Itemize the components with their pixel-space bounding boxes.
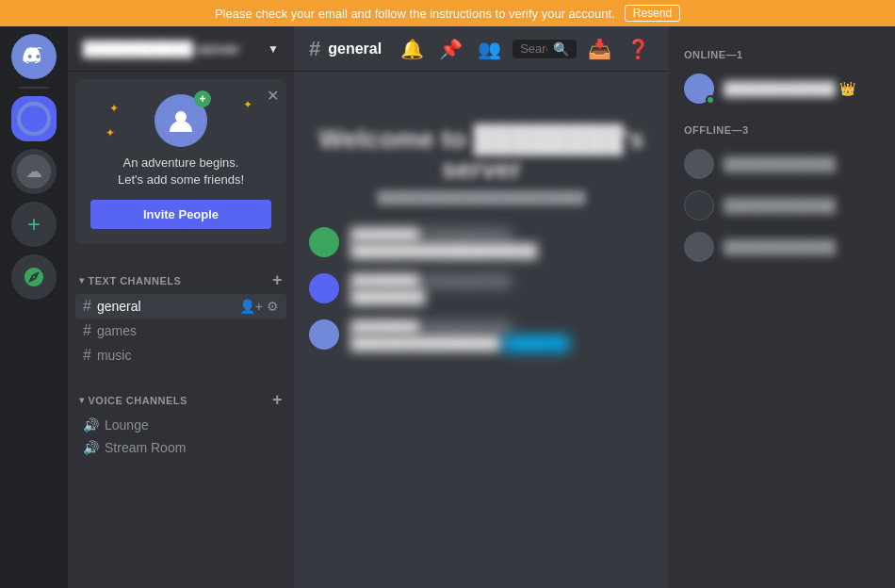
text-channels-header[interactable]: ▾ TEXT CHANNELS +: [75, 267, 286, 294]
channel-item-general[interactable]: # general 👤+ ⚙: [75, 294, 286, 318]
welcome-subtitle: ████████████████████████: [309, 190, 654, 204]
discord-home-button[interactable]: [11, 34, 57, 79]
message-text: ████████████████████: [350, 243, 654, 258]
welcome-title: Welcome to ████████'s server: [309, 124, 654, 185]
voice-icon-lounge: 🔊: [83, 417, 99, 433]
channel-item-games[interactable]: # games: [75, 318, 286, 343]
hash-icon-music: #: [83, 347, 91, 364]
channel-header-name: general: [328, 41, 382, 57]
channel-item-lounge[interactable]: 🔊 Lounge: [75, 414, 286, 436]
resend-button[interactable]: Resend: [625, 5, 680, 22]
avatar-plus-icon: +: [194, 90, 211, 107]
server-list: ☁ +: [0, 26, 68, 588]
verify-banner: Please check your email and follow the i…: [0, 0, 895, 26]
add-server-button[interactable]: +: [11, 202, 57, 247]
members-icon[interactable]: 👥: [474, 34, 505, 64]
sparkle-icon-bl: ✦: [106, 126, 115, 139]
invite-popup-text: An adventure begins. Let's add some frie…: [90, 155, 271, 188]
voice-channels-section: ▾ VOICE CHANNELS + 🔊 Lounge 🔊 Stream Roo…: [68, 371, 294, 463]
message-text: ████████████████ ███████: [350, 335, 654, 351]
hash-icon-games: #: [83, 322, 91, 339]
hash-icon: #: [83, 298, 91, 315]
member-badge-crown: 👑: [839, 81, 855, 96]
offline-section: OFFLINE—3 ████████████ ████████████ ████…: [676, 117, 887, 268]
online-indicator: [706, 95, 715, 105]
channel-header: # general 🔔 📌 👥 🔍 📥 ❓: [294, 26, 669, 72]
channel-name-stream-room: Stream Room: [105, 440, 279, 455]
avatar: [684, 232, 714, 262]
member-item-offline-2[interactable]: ████████████: [676, 185, 887, 226]
channel-hash-icon: #: [309, 37, 320, 61]
server-icon-2[interactable]: ☁: [11, 149, 57, 194]
voice-channels-header[interactable]: ▾ VOICE CHANNELS +: [75, 386, 286, 414]
section-header-left: ▾ TEXT CHANNELS: [79, 275, 181, 286]
invite-people-button[interactable]: Invite People: [90, 200, 271, 229]
add-text-channel-button[interactable]: +: [272, 270, 283, 290]
main-content: # general 🔔 📌 👥 🔍 📥 ❓ Welcome to ███████…: [294, 26, 669, 588]
server-name: ███████████ server: [83, 41, 239, 57]
avatar: [684, 74, 714, 104]
server-icon-1[interactable]: [11, 96, 57, 141]
welcome-message: Welcome to ████████'s server ███████████…: [309, 124, 654, 204]
voice-channels-label: VOICE CHANNELS: [89, 395, 187, 406]
channel-item-music[interactable]: # music: [75, 343, 286, 368]
settings-icon[interactable]: ⚙: [267, 299, 279, 314]
invite-popup: ✕ ✦ ✦ + ✦ An adventure begins. Let's add…: [75, 79, 286, 244]
verify-text: Please check your email and follow the i…: [215, 7, 615, 21]
message-list: ████████ ████████████ ██████████████████…: [309, 227, 654, 351]
text-channels-label: TEXT CHANNELS: [89, 275, 182, 286]
member-name: ████████████: [724, 81, 836, 96]
message-author: ████████ ████████████: [350, 273, 654, 287]
channel-name-general: general: [97, 299, 234, 314]
inbox-icon[interactable]: 📥: [584, 34, 615, 64]
server-divider: [19, 87, 49, 89]
message-content: ████████ ████████████ ██████████████████…: [350, 227, 654, 258]
notifications-icon[interactable]: 🔔: [397, 34, 428, 64]
table-row: ████████ ████████████ ██████████████████…: [309, 227, 654, 258]
avatar: [309, 227, 339, 257]
message-link[interactable]: ███████: [504, 335, 569, 351]
member-name: ████████████: [724, 239, 836, 254]
message-content: ████████ ████████████ ████████████████ █…: [350, 319, 654, 351]
chat-area: Welcome to ████████'s server ███████████…: [294, 72, 669, 588]
member-name: ████████████: [724, 156, 836, 172]
channel-name-games: games: [97, 323, 279, 338]
text-channels-section: ▾ TEXT CHANNELS + # general 👤+ ⚙ # games…: [68, 252, 294, 371]
message-content: ████████ ████████████ ████████: [350, 273, 654, 304]
avatar: [684, 149, 714, 179]
chevron-icon-voice: ▾: [79, 395, 85, 405]
help-icon[interactable]: ❓: [623, 34, 654, 64]
table-row: ████████ ████████████ ████████████████ █…: [309, 319, 654, 351]
channel-item-stream-room[interactable]: 🔊 Stream Room: [75, 436, 286, 459]
voice-icon-stream: 🔊: [83, 440, 99, 455]
add-voice-channel-button[interactable]: +: [272, 390, 283, 410]
member-item-offline-1[interactable]: ████████████: [676, 143, 887, 185]
channel-name-music: music: [97, 348, 279, 363]
add-member-icon[interactable]: 👤+: [239, 299, 263, 314]
channel-name-lounge: Lounge: [105, 417, 279, 433]
avatar: [684, 190, 714, 220]
voice-section-header-left: ▾ VOICE CHANNELS: [79, 395, 187, 406]
message-text: ████████: [350, 289, 654, 304]
pin-icon[interactable]: 📌: [435, 34, 466, 64]
member-item-offline-3[interactable]: ████████████: [676, 226, 887, 268]
search-icon: 🔍: [553, 41, 569, 57]
members-sidebar: ONLINE—1 ████████████ 👑 OFFLINE—3 ██████…: [669, 26, 895, 588]
chevron-down-icon: ▼: [268, 42, 279, 56]
search-box[interactable]: 🔍: [513, 40, 577, 58]
channel-actions: 👤+ ⚙: [239, 299, 279, 314]
offline-header: OFFLINE—3: [676, 117, 887, 139]
explore-button[interactable]: [11, 254, 57, 300]
member-item-online[interactable]: ████████████ 👑: [676, 68, 887, 109]
sparkle-icon-tr: ✦: [243, 98, 252, 111]
channel-sidebar: ███████████ server ▼ ✕ ✦ ✦ + ✦ An advent…: [68, 26, 294, 588]
avatar: [309, 273, 339, 303]
member-name: ████████████: [724, 198, 836, 213]
avatar-container: ✦ ✦ + ✦: [90, 94, 271, 147]
online-header: ONLINE—1: [676, 41, 887, 64]
sparkle-icon: ✦: [109, 102, 119, 115]
avatar: +: [155, 94, 207, 147]
server-header[interactable]: ███████████ server ▼: [68, 26, 294, 72]
search-input[interactable]: [520, 41, 547, 56]
table-row: ████████ ████████████ ████████: [309, 273, 654, 304]
